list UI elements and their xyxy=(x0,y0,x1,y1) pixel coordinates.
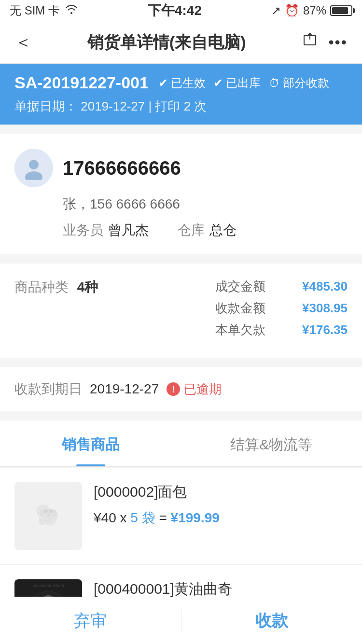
status-tag-partial: ⏱ 部分收款 xyxy=(268,75,329,91)
page-title: 销货单详情(来自电脑) xyxy=(87,31,246,54)
due-section: 收款到期日 2019-12-27 ! 已逾期 xyxy=(0,367,362,411)
overdue-dot-icon: ! xyxy=(167,382,180,396)
customer-section: 17666666666 张，156 6666 6666 业务员 曾凡杰 仓库 总… xyxy=(0,134,362,254)
product-item: [0000002]面包 ¥40 x 5 袋 = ¥199.99 xyxy=(0,468,362,565)
received-value: ¥308.95 xyxy=(280,301,348,316)
avatar xyxy=(14,149,53,187)
share-icon[interactable] xyxy=(301,31,319,53)
location-icon: ↗ xyxy=(271,4,281,17)
cancel-button[interactable]: 弃审 xyxy=(0,597,181,644)
status-tags: ✔ 已生效 ✔ 已出库 ⏱ 部分收款 xyxy=(158,75,329,91)
tab-sales-products[interactable]: 销售商品 xyxy=(0,420,181,466)
trade-amount-value: ¥485.30 xyxy=(280,279,348,294)
svg-point-2 xyxy=(25,171,42,180)
overdue-text: 已逾期 xyxy=(184,381,222,398)
received-label: 收款金额 xyxy=(215,300,265,317)
product-price-1: ¥40 x 5 袋 = ¥199.99 xyxy=(94,509,348,527)
header-banner: SA-20191227-001 ✔ 已生效 ✔ 已出库 ⏱ 部分收款 单据日期：… xyxy=(0,64,362,125)
product-name-2: [000400001]黄油曲奇 xyxy=(94,579,348,599)
tabs-row: 销售商品 结算&物流等 xyxy=(0,420,362,466)
warehouse-info: 仓库 总仓 xyxy=(178,221,237,239)
debt-label: 本单欠款 xyxy=(215,322,265,338)
battery-icon xyxy=(330,5,352,16)
product-info-1: [0000002]面包 ¥40 x 5 袋 = ¥199.99 xyxy=(94,482,348,527)
tab-settlement[interactable]: 结算&物流等 xyxy=(181,420,362,466)
status-time: 下午4:42 xyxy=(148,1,202,20)
received-row: 收款金额 ¥308.95 xyxy=(215,300,348,317)
price-base-1: ¥40 xyxy=(94,510,116,525)
tab-underline xyxy=(76,464,105,466)
price-qty-1: 5 xyxy=(130,510,138,525)
check-icon-1: ✔ xyxy=(158,76,168,90)
debt-value: ¥176.35 xyxy=(280,322,348,337)
status-tag-effected: ✔ 已生效 xyxy=(158,75,206,91)
trade-amount-label: 成交金额 xyxy=(215,278,265,295)
banner-sub-date: 单据日期： 2019-12-27 | 打印 2 次 xyxy=(14,98,348,115)
salesman-value: 曾凡杰 xyxy=(108,221,149,239)
nav-actions: ••• xyxy=(301,31,348,53)
due-label: 收款到期日 xyxy=(14,380,82,398)
tab-sales-products-label: 销售商品 xyxy=(62,436,120,452)
clock-icon: ⏱ xyxy=(268,76,280,90)
more-icon[interactable]: ••• xyxy=(328,33,348,51)
customer-sub: 张，156 6666 6666 xyxy=(63,195,348,213)
customer-id: 17666666666 xyxy=(63,157,181,179)
categories-label: 商品种类 xyxy=(14,280,69,294)
svg-point-9 xyxy=(44,509,48,513)
nav-bar: ＜ 销货单详情(来自电脑) ••• xyxy=(0,21,362,64)
battery-percent: 87% xyxy=(303,4,326,17)
status-right: ↗ ⏰ 87% xyxy=(271,4,352,17)
salesman-label: 业务员 xyxy=(63,221,103,239)
warehouse-label: 仓库 xyxy=(178,221,205,239)
carrier-text: 无 SIM 卡 xyxy=(10,3,60,18)
svg-point-8 xyxy=(42,511,54,523)
categories-value: 4种 xyxy=(77,280,98,294)
svg-point-11 xyxy=(47,514,50,517)
check-icon-2: ✔ xyxy=(213,76,223,90)
product-thumb-1 xyxy=(14,482,82,550)
price-total-1: ¥199.99 xyxy=(171,510,220,525)
svg-text:advanced whata: advanced whata xyxy=(32,583,64,588)
status-tag-shipped: ✔ 已出库 xyxy=(213,75,261,91)
warehouse-value: 总仓 xyxy=(209,221,237,239)
due-date-value: 2019-12-27 xyxy=(90,381,159,397)
wifi-icon xyxy=(65,4,78,17)
overdue-badge: ! 已逾期 xyxy=(167,381,222,398)
customer-row: 17666666666 xyxy=(14,149,348,187)
tabs-section: 销售商品 结算&物流等 xyxy=(0,420,362,467)
svg-point-1 xyxy=(29,160,39,169)
stats-section: 商品种类 4种 成交金额 ¥485.30 收款金额 ¥308.95 本单欠款 ¥… xyxy=(0,264,362,358)
bottom-bar: 弃审 收款 xyxy=(0,597,362,644)
price-unit-1: 袋 xyxy=(142,510,155,525)
status-left: 无 SIM 卡 xyxy=(10,3,78,18)
confirm-button[interactable]: 收款 xyxy=(181,597,362,644)
price-eq-1: = xyxy=(159,510,170,525)
svg-point-10 xyxy=(49,509,53,513)
salesman-info: 业务员 曾凡杰 xyxy=(63,221,149,239)
stats-amounts: 成交金额 ¥485.30 收款金额 ¥308.95 本单欠款 ¥176.35 xyxy=(215,278,348,343)
tab-settlement-label: 结算&物流等 xyxy=(230,436,312,452)
status-bar: 无 SIM 卡 下午4:42 ↗ ⏰ 87% xyxy=(0,0,362,21)
price-x-1: x xyxy=(120,510,131,525)
back-button[interactable]: ＜ xyxy=(14,30,32,54)
trade-amount-row: 成交金额 ¥485.30 xyxy=(215,278,348,295)
product-name-1: [0000002]面包 xyxy=(94,482,348,502)
customer-meta: 业务员 曾凡杰 仓库 总仓 xyxy=(63,221,348,239)
order-id: SA-20191227-001 xyxy=(14,73,149,92)
alarm-icon: ⏰ xyxy=(285,4,299,17)
stats-categories: 商品种类 4种 xyxy=(14,278,98,296)
debt-row: 本单欠款 ¥176.35 xyxy=(215,322,348,338)
